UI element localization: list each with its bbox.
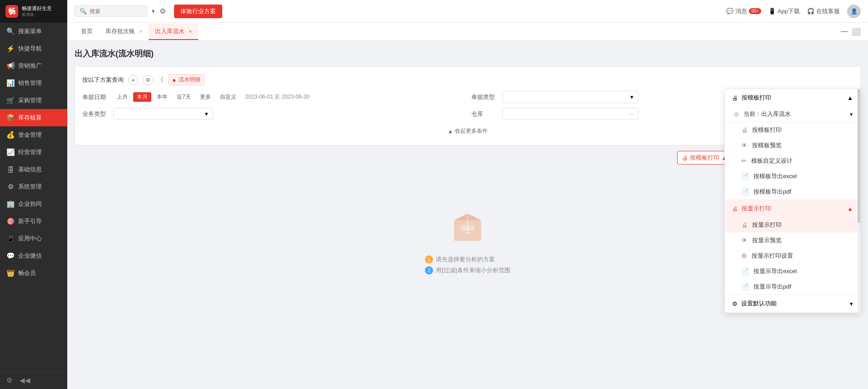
sidebar-item-system[interactable]: ⚙ 系统管理 [0, 178, 67, 195]
user-icon: 👤 [851, 8, 858, 15]
sidebar-item-finance[interactable]: 💰 资金管理 [0, 126, 67, 144]
template-custom-item[interactable]: ✏ 模板自定义设计 [725, 153, 860, 169]
sidebar-item-corp[interactable]: 🏢 企业协同 [0, 195, 67, 213]
apps-icon: 📱 [6, 234, 15, 243]
template-preview-item[interactable]: 👁 按模板预览 [725, 138, 860, 153]
warehouse-field-label: 仓库 [471, 110, 499, 118]
filter-settings-btn[interactable]: ⚙ [143, 75, 153, 85]
sidebar-item-label: 搜索菜单 [18, 27, 42, 35]
sidebar-item-quicknav[interactable]: ⚡ 快捷导航 [0, 40, 67, 57]
template-print-item[interactable]: 🖨 按模板打印 [725, 122, 860, 138]
template-print-header[interactable]: 🖨 按模板打印 ▲ [725, 89, 860, 106]
display-print-settings-item[interactable]: ⚙ 按显示打印设置 [725, 248, 860, 264]
type-field-label: 单据类型 [471, 93, 499, 101]
date-shortcut-7days[interactable]: 近7天 [173, 92, 195, 102]
sidebar-item-wechat[interactable]: 💬 企业微信 [0, 247, 67, 264]
message-btn[interactable]: 💬 消息 99+ [726, 7, 761, 15]
app-download-btn[interactable]: 📱 App下载 [768, 7, 800, 15]
date-shortcut-last-month[interactable]: 上月 [113, 92, 131, 102]
sidebar-item-label: 快捷导航 [18, 45, 42, 53]
print-icon: 🖨 [682, 155, 688, 161]
search-input[interactable] [90, 8, 135, 15]
display-excel-label: 按显示导出excel [753, 267, 797, 275]
tab-inventory-flow-close[interactable]: × [189, 29, 192, 34]
type-select[interactable]: ▾ [502, 91, 639, 103]
customer-service-btn[interactable]: 🎧 在线客服 [807, 7, 840, 15]
user-avatar[interactable]: 👤 [847, 5, 861, 18]
collapse-more-btn[interactable]: ▲ 收起更多条件 [445, 125, 490, 138]
default-section-chevron: ▾ [850, 300, 853, 307]
default-section-header[interactable]: ⚙ 设置默认功能 ▾ [725, 295, 860, 312]
topbar-dropdown-icon[interactable]: ▾ [152, 8, 155, 15]
inventory-icon: 📦 [6, 114, 15, 122]
display-pdf-item[interactable]: 📄 按显示导出pdf [725, 279, 860, 294]
tab-batch-account-close[interactable]: × [140, 29, 142, 34]
sidebar-item-vip[interactable]: 👑 畅会员 [0, 264, 67, 282]
app-download-label: App下载 [778, 7, 800, 15]
template-print-label: 按模板打印 [690, 154, 719, 162]
template-print-item-label: 按模板打印 [752, 126, 782, 134]
warehouse-more-icon[interactable]: ··· [629, 110, 634, 117]
template-excel-label: 按模板导出excel [753, 172, 797, 180]
default-section-icon: ⚙ [732, 300, 738, 307]
scrollbar-track[interactable] [858, 89, 860, 313]
template-excel-item[interactable]: 📄 按模板导出excel [725, 169, 860, 184]
printer-icon: 🖨 [741, 126, 748, 134]
settings-bottom-icon[interactable]: ⚙ [6, 376, 12, 384]
business-select-chevron: ▾ [205, 110, 208, 117]
sidebar-item-purchase[interactable]: 🛒 采购管理 [0, 92, 67, 109]
operations-icon: 📈 [6, 148, 15, 156]
empty-illustration [445, 204, 490, 250]
display-preview-item[interactable]: 👁 按显示预览 [725, 233, 860, 248]
tab-inventory-flow[interactable]: 出入库流水 × [149, 24, 198, 40]
template-print-section: 🖨 按模板打印 ▲ ⊙ 当前：出入库流水 ▾ 🖨 按模板打印 👁 [725, 89, 860, 200]
sidebar-item-sales[interactable]: 📊 销售管理 [0, 75, 67, 92]
template-pdf-item[interactable]: 📄 按模板导出pdf [725, 184, 860, 199]
current-template-item[interactable]: ⊙ 当前：出入库流水 ▾ [725, 106, 860, 122]
topbar-search-box[interactable]: 🔍 [75, 5, 147, 17]
industry-btn[interactable]: 体验行业方案 [174, 5, 222, 18]
logo-icon: 畅 [5, 5, 18, 18]
date-shortcuts: 上月 本月 本年 近7天 更多 自定义 [113, 92, 240, 102]
display-print-item[interactable]: 🖨 按显示打印 [725, 217, 860, 233]
display-print-header-label: 按显示打印 [742, 204, 771, 213]
sidebar-item-label: 基础信息 [18, 165, 42, 174]
date-shortcut-more[interactable]: 更多 [196, 92, 215, 102]
warehouse-select[interactable]: ··· [502, 108, 639, 120]
message-label: 消息 [735, 7, 747, 15]
filter-tag: ● 流水明细 [168, 74, 205, 85]
display-print-header-icon: 🖨 [732, 205, 738, 212]
svg-point-4 [467, 229, 469, 230]
collapse-sidebar-icon[interactable]: ◀◀ [20, 376, 30, 384]
main-area: 🔍 ▾ ⚙ 体验行业方案 💬 消息 99+ 📱 App下载 🎧 在线客服 👤 [67, 0, 868, 389]
sidebar-item-base[interactable]: 🗄 基础信息 [0, 161, 67, 178]
date-shortcut-this-year[interactable]: 本年 [153, 92, 171, 102]
base-icon: 🗄 [6, 166, 15, 174]
date-shortcut-custom[interactable]: 自定义 [216, 92, 240, 102]
display-print-header[interactable]: 🖨 按显示打印 ▲ [725, 200, 860, 217]
current-template-icon: ⊙ [734, 111, 739, 118]
customer-service-label: 在线客服 [816, 7, 840, 15]
display-preview-icon: 👁 [741, 237, 748, 244]
topbar-gear-icon[interactable]: ⚙ [160, 7, 166, 15]
maximize-icon[interactable]: ⬜ [852, 27, 861, 36]
tab-home-label: 首页 [81, 28, 93, 35]
display-excel-item[interactable]: 📄 按显示导出excel [725, 264, 860, 279]
date-shortcut-this-month[interactable]: 本月 [133, 92, 151, 102]
sidebar-item-marketing[interactable]: 📢 营销推广 [0, 57, 67, 75]
filter-collapse-btn[interactable]: 《 [157, 76, 164, 84]
filter-add-btn[interactable]: + [128, 75, 138, 85]
sidebar-item-operations[interactable]: 📈 经营管理 [0, 144, 67, 161]
sidebar-item-search[interactable]: 🔍 搜索菜单 [0, 23, 67, 40]
tab-home[interactable]: 首页 [75, 24, 99, 40]
sidebar-item-inventory[interactable]: 📦 库存核算 [0, 109, 67, 126]
sidebar-item-label: 营销推广 [18, 62, 42, 70]
display-print-chevron: ▲ [847, 205, 853, 212]
minimize-icon[interactable]: — [841, 27, 848, 36]
template-print-chevron: ▲ [847, 95, 853, 101]
sidebar-item-guide[interactable]: 🎯 新手引导 [0, 213, 67, 230]
sidebar-item-apps[interactable]: 📱 应用中心 [0, 230, 67, 247]
tab-batch-account[interactable]: 库存批次账 × [99, 24, 149, 40]
current-template-label: 当前：出入库流水 [743, 110, 791, 118]
business-select[interactable]: ▾ [113, 108, 213, 120]
